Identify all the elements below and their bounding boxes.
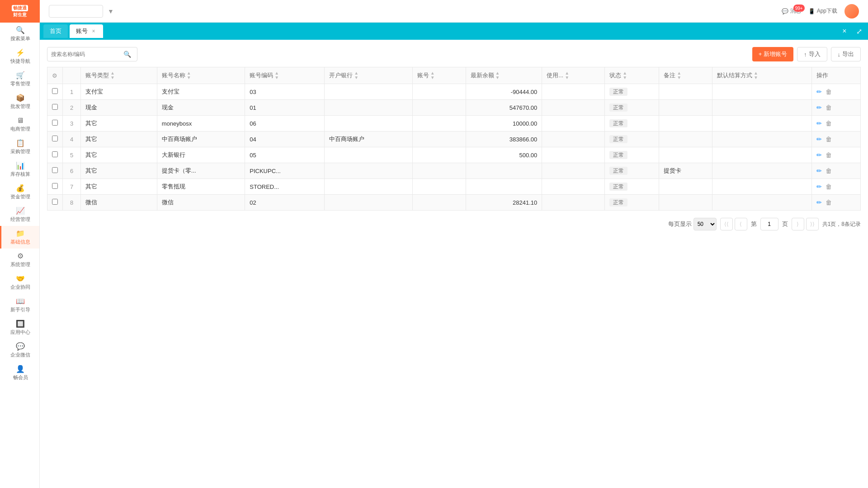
search-input[interactable] xyxy=(51,51,123,57)
row-balance-5 xyxy=(466,163,542,179)
edit-button-2[interactable]: ✏ xyxy=(816,120,822,127)
tab-expand-button[interactable]: ⤢ xyxy=(854,26,864,37)
sidebar: 畅捷通 财生意 🔍 搜索菜单 ⚡ 快捷导航 🛒 零售管理 📦 批发管理 🖥 电商… xyxy=(0,0,40,488)
row-name-6: 零售抵现 xyxy=(157,179,245,195)
add-account-button[interactable]: + 新增账号 xyxy=(752,47,793,61)
sidebar-item-wholesale[interactable]: 📦 批发管理 xyxy=(0,90,39,113)
per-page-select[interactable]: 50 20 100 xyxy=(693,218,717,230)
prev-page-button[interactable]: ⟨ xyxy=(735,218,747,230)
row-bank-4 xyxy=(325,147,413,163)
search-icon[interactable]: 🔍 xyxy=(123,51,131,58)
col-account-name[interactable]: 账号名称 ▲▼ xyxy=(157,67,245,84)
row-bank-1 xyxy=(325,100,413,116)
sidebar-item-search[interactable]: 🔍 搜索菜单 xyxy=(0,23,39,45)
edit-button-5[interactable]: ✏ xyxy=(816,167,822,174)
sidebar-item-retail[interactable]: 🛒 零售管理 xyxy=(0,68,39,90)
delete-button-6[interactable]: 🗑 xyxy=(826,183,832,190)
row-checkbox-1[interactable] xyxy=(47,100,63,116)
delete-button-5[interactable]: 🗑 xyxy=(826,167,832,174)
sidebar-item-member[interactable]: 👤 畅会员 xyxy=(0,361,39,384)
tab-account[interactable]: 账号× xyxy=(70,24,103,38)
row-remark-7 xyxy=(659,195,712,211)
message-button[interactable]: 💬 消息 99+ xyxy=(782,7,801,15)
tab-close-all-button[interactable]: × xyxy=(839,26,850,37)
sidebar-item-finance[interactable]: 💰 资金管理 xyxy=(0,181,39,203)
col-remark[interactable]: 备注 ▲▼ xyxy=(659,67,712,84)
next-page-button[interactable]: ⟩ xyxy=(792,218,804,230)
delete-button-1[interactable]: 🗑 xyxy=(826,104,832,111)
row-account-no-4 xyxy=(412,147,466,163)
col-usage[interactable]: 使用... ▲▼ xyxy=(542,67,605,84)
col-account-type[interactable]: 账号类型 ▲▼ xyxy=(81,67,157,84)
edit-button-1[interactable]: ✏ xyxy=(816,104,822,111)
first-page-button[interactable]: ⟨⟨ xyxy=(720,218,733,230)
col-account-code[interactable]: 账号编码 ▲▼ xyxy=(245,67,325,84)
header-search-input[interactable] xyxy=(49,5,103,18)
last-page-button[interactable]: ⟩⟩ xyxy=(806,218,819,230)
tab-close-account[interactable]: × xyxy=(90,28,97,34)
row-code-2: 06 xyxy=(245,116,325,131)
row-checkbox-0[interactable] xyxy=(47,84,63,100)
sidebar-item-ecommerce[interactable]: 🖥 电商管理 xyxy=(0,113,39,136)
app-download-button[interactable]: 📱 App下载 xyxy=(808,7,837,15)
row-check-2[interactable] xyxy=(52,120,58,126)
row-checkbox-5[interactable] xyxy=(47,163,63,179)
sidebar-item-guide[interactable]: 📖 新手引导 xyxy=(0,294,39,316)
row-check-5[interactable] xyxy=(52,167,58,173)
edit-button-3[interactable]: ✏ xyxy=(816,136,822,143)
delete-button-3[interactable]: 🗑 xyxy=(826,136,832,143)
row-checkbox-4[interactable] xyxy=(47,147,63,163)
row-checkbox-2[interactable] xyxy=(47,116,63,131)
logo-top: 畅捷通 xyxy=(12,5,28,11)
row-check-7[interactable] xyxy=(52,199,58,205)
tab-home[interactable]: 首页 xyxy=(43,24,68,38)
row-checkbox-7[interactable] xyxy=(47,195,63,211)
col-bank[interactable]: 开户银行 ▲▼ xyxy=(325,67,413,84)
row-code-3: 04 xyxy=(245,131,325,147)
row-check-0[interactable] xyxy=(52,88,58,94)
member-icon: 👤 xyxy=(16,365,25,373)
sidebar-item-system[interactable]: ⚙ 系统管理 xyxy=(0,249,39,271)
sidebar-item-basic-info[interactable]: 📁 基础信息 xyxy=(0,226,39,249)
delete-button-7[interactable]: 🗑 xyxy=(826,199,832,206)
sidebar-item-inventory[interactable]: 📊 库存核算 xyxy=(0,158,39,181)
user-avatar[interactable] xyxy=(844,4,859,19)
delete-button-4[interactable]: 🗑 xyxy=(826,151,832,159)
row-name-4: 大新银行 xyxy=(157,147,245,163)
header-dropdown-icon[interactable]: ▼ xyxy=(108,8,114,15)
edit-button-0[interactable]: ✏ xyxy=(816,88,822,95)
row-settlement-1 xyxy=(712,100,812,116)
col-default-settlement[interactable]: 默认结算方式 ▲▼ xyxy=(712,67,812,84)
row-check-1[interactable] xyxy=(52,104,58,110)
import-button[interactable]: ↑ 导入 xyxy=(797,47,827,61)
row-checkbox-3[interactable] xyxy=(47,131,63,147)
row-checkbox-6[interactable] xyxy=(47,179,63,195)
message-badge: 99+ xyxy=(793,5,805,12)
row-check-6[interactable] xyxy=(52,183,58,189)
col-settings[interactable]: ⚙ xyxy=(47,67,63,84)
row-check-4[interactable] xyxy=(52,151,58,157)
row-actions-1: ✏ 🗑 xyxy=(811,100,860,116)
sidebar-label-system: 系统管理 xyxy=(10,261,30,268)
col-status[interactable]: 状态 ▲▼ xyxy=(605,67,659,84)
app-center-icon: 🔲 xyxy=(16,319,25,328)
sidebar-item-quick-nav[interactable]: ⚡ 快捷导航 xyxy=(0,45,39,68)
sidebar-item-app-center[interactable]: 🔲 应用中心 xyxy=(0,316,39,339)
sidebar-item-enterprise[interactable]: 🤝 企业协同 xyxy=(0,271,39,294)
edit-button-4[interactable]: ✏ xyxy=(816,151,822,159)
edit-button-6[interactable]: ✏ xyxy=(816,183,822,190)
delete-button-2[interactable]: 🗑 xyxy=(826,120,832,127)
delete-button-0[interactable]: 🗑 xyxy=(826,88,832,95)
sort-usage-icon: ▲▼ xyxy=(565,71,569,80)
sidebar-item-purchase[interactable]: 📋 采购管理 xyxy=(0,136,39,158)
page-number-input[interactable] xyxy=(760,218,778,230)
edit-button-7[interactable]: ✏ xyxy=(816,199,822,206)
row-check-3[interactable] xyxy=(52,136,58,141)
row-name-3: 中百商场账户 xyxy=(157,131,245,147)
export-button[interactable]: ↓ 导出 xyxy=(831,47,861,61)
status-badge-5: 正常 xyxy=(609,167,627,175)
col-latest-balance[interactable]: 最新余额 ▲▼ xyxy=(466,67,542,84)
sidebar-item-operations[interactable]: 📈 经营管理 xyxy=(0,203,39,226)
sidebar-item-enterprise-wechat[interactable]: 💬 企业微信 xyxy=(0,339,39,361)
col-account-no[interactable]: 账号 ▲▼ xyxy=(412,67,466,84)
